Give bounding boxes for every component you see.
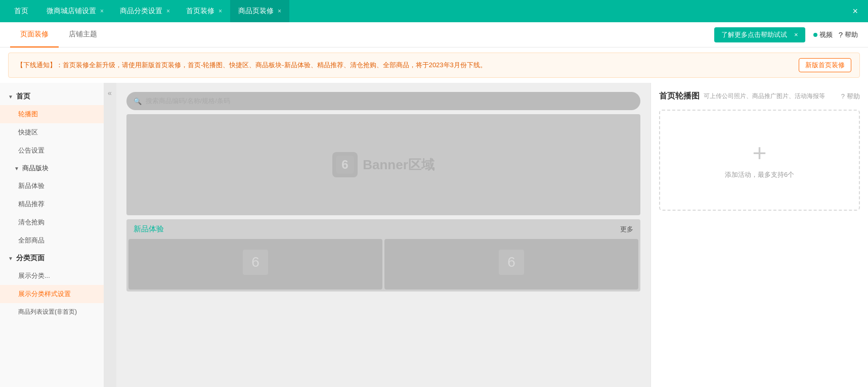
arrow-category-icon: ▼ bbox=[8, 256, 13, 261]
question-icon: ? bbox=[839, 30, 843, 39]
product-card-1: 6 bbox=[128, 239, 382, 289]
search-icon: 🔍 bbox=[134, 98, 142, 105]
sidebar-inner: ▼ 首页 轮播图 快捷区 公告设置 ▼ 商品版块 新品体验 精品推荐 清仓抢购 … bbox=[0, 83, 104, 326]
sidebar-item-featured[interactable]: 精品推荐 bbox=[0, 195, 104, 213]
banner-logo: 6 Banner区域 bbox=[332, 152, 435, 177]
window-close-button[interactable]: × bbox=[846, 6, 864, 17]
products-section-title: 新品体验 bbox=[134, 224, 164, 234]
svg-text:6: 6 bbox=[251, 254, 259, 270]
sidebar-item-notice-settings[interactable]: 公告设置 bbox=[0, 141, 104, 160]
arrow-home-icon: ▼ bbox=[8, 94, 13, 100]
add-banner-box[interactable]: + 添加活动，最多支持6个 bbox=[659, 110, 860, 211]
tab-shop-theme[interactable]: 店铺主题 bbox=[59, 22, 107, 47]
center-preview: 🔍 搜索商品编码/名称/规格/条码 6 Banner区域 bbox=[116, 83, 650, 387]
sidebar-item-clearance[interactable]: 清仓抢购 bbox=[0, 213, 104, 231]
right-panel-header: 首页轮播图 可上传公司照片、商品推广图片、活动海报等 ? 帮助 bbox=[659, 91, 860, 102]
sidebar-item-show-category[interactable]: 展示分类... bbox=[0, 267, 104, 285]
sidebar-subsection-product-block[interactable]: ▼ 商品版块 bbox=[0, 160, 104, 177]
products-section-header: 新品体验 更多 bbox=[126, 219, 640, 239]
help-banner-close[interactable]: × bbox=[794, 31, 798, 38]
help-banner[interactable]: 了解更多点击帮助试试 × bbox=[714, 27, 805, 42]
new-homepage-decor-button[interactable]: 新版首页装修 bbox=[799, 58, 851, 72]
sidebar-section-category[interactable]: ▼ 分类页面 bbox=[0, 250, 104, 267]
close-tab-product-decor[interactable]: × bbox=[278, 8, 281, 15]
nav-tab-category-settings[interactable]: 商品分类设置 × bbox=[112, 0, 178, 22]
tab-page-decor[interactable]: 页面装修 bbox=[10, 22, 59, 47]
svg-text:6: 6 bbox=[342, 158, 349, 171]
nav-tab-product-decor[interactable]: 商品页装修 × bbox=[230, 0, 289, 22]
help-button[interactable]: ? 帮助 bbox=[839, 30, 858, 39]
product-card-2: 6 bbox=[384, 239, 638, 289]
help-banner-text: 了解更多点击帮助试试 bbox=[721, 30, 787, 39]
right-panel-title: 首页轮播图 bbox=[659, 91, 700, 102]
products-more-link[interactable]: 更多 bbox=[620, 225, 633, 234]
right-panel: 首页轮播图 可上传公司照片、商品推广图片、活动海报等 ? 帮助 + 添加活动，最… bbox=[650, 83, 868, 387]
sub-tabs-bar: 页面装修 店铺主题 了解更多点击帮助试试 × 视频 ? 帮助 bbox=[0, 22, 868, 47]
sidebar-item-shortcuts[interactable]: 快捷区 bbox=[0, 123, 104, 141]
nav-tab-home[interactable]: 首页 bbox=[4, 0, 38, 22]
sidebar: ▼ 首页 轮播图 快捷区 公告设置 ▼ 商品版块 新品体验 精品推荐 清仓抢购 … bbox=[0, 83, 116, 387]
banner-text: Banner区域 bbox=[363, 156, 435, 174]
top-nav: 首页 微商城店铺设置 × 商品分类设置 × 首页装修 × 商品页装修 × × bbox=[0, 0, 868, 22]
svg-text:6: 6 bbox=[507, 254, 515, 270]
sidebar-section-home[interactable]: ▼ 首页 bbox=[0, 88, 104, 105]
question-circle-icon: ? bbox=[841, 92, 845, 100]
video-dot-icon bbox=[813, 33, 817, 37]
right-panel-subtitle: 可上传公司照片、商品推广图片、活动海报等 bbox=[704, 92, 825, 101]
chevron-left-icon: « bbox=[108, 89, 112, 97]
preview-search-bar: 🔍 搜索商品编码/名称/规格/条码 bbox=[126, 92, 640, 110]
sidebar-item-new-experience[interactable]: 新品体验 bbox=[0, 177, 104, 195]
sidebar-item-carousel[interactable]: 轮播图 bbox=[0, 105, 104, 123]
product-icon-1: 6 bbox=[243, 250, 268, 279]
search-placeholder: 搜索商品编码/名称/规格/条码 bbox=[146, 96, 230, 106]
sidebar-item-product-list-settings[interactable]: 商品列表设置(非首页) bbox=[0, 303, 104, 321]
preview-products-section: 新品体验 更多 6 bbox=[126, 219, 640, 292]
notice-bar: 【下线通知】：首页装修全新升级，请使用新版首页装修，首页-轮播图、快捷区、商品板… bbox=[8, 53, 860, 78]
product-icon-2: 6 bbox=[499, 250, 524, 279]
close-tab-home-decor[interactable]: × bbox=[219, 8, 222, 15]
main-layout: ▼ 首页 轮播图 快捷区 公告设置 ▼ 商品版块 新品体验 精品推荐 清仓抢购 … bbox=[0, 83, 868, 387]
close-tab-shop-settings[interactable]: × bbox=[100, 8, 104, 15]
video-button[interactable]: 视频 bbox=[813, 30, 833, 39]
preview-banner-area: 6 Banner区域 bbox=[126, 114, 640, 215]
sidebar-item-category-style[interactable]: 展示分类样式设置 bbox=[0, 285, 104, 303]
right-panel-help-button[interactable]: ? 帮助 bbox=[841, 92, 860, 101]
sidebar-item-all-products[interactable]: 全部商品 bbox=[0, 231, 104, 250]
arrow-product-block-icon: ▼ bbox=[14, 166, 19, 171]
notice-text: 【下线通知】：首页装修全新升级，请使用新版首页装修，首页-轮播图、快捷区、商品板… bbox=[17, 61, 799, 70]
right-panel-title-area: 首页轮播图 可上传公司照片、商品推广图片、活动海报等 bbox=[659, 91, 825, 102]
close-tab-category-settings[interactable]: × bbox=[166, 8, 170, 15]
add-banner-text: 添加活动，最多支持6个 bbox=[725, 170, 794, 179]
nav-tab-shop-settings[interactable]: 微商城店铺设置 × bbox=[38, 0, 112, 22]
nav-tab-home-decor[interactable]: 首页装修 × bbox=[178, 0, 230, 22]
products-grid: 6 6 bbox=[126, 239, 640, 292]
content-area: 页面装修 店铺主题 了解更多点击帮助试试 × 视频 ? 帮助 【下线通知】：首页… bbox=[0, 22, 868, 387]
plus-icon: + bbox=[752, 141, 766, 165]
sidebar-collapse-button[interactable]: « bbox=[104, 83, 116, 387]
banner-b-icon: 6 bbox=[332, 152, 358, 177]
